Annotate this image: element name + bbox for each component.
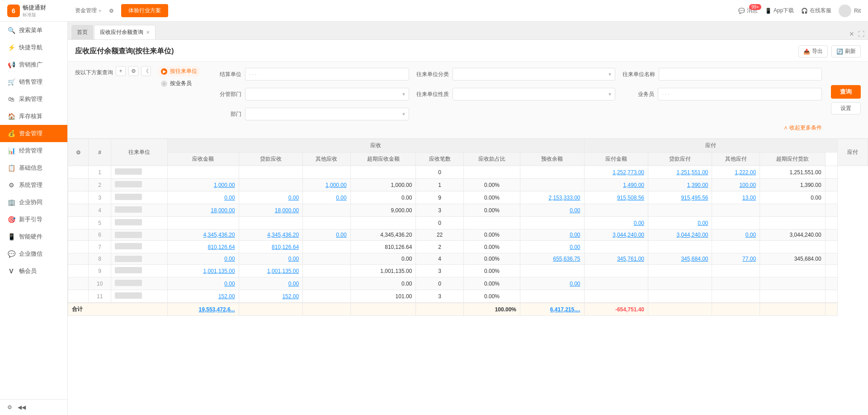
row-ar-amount[interactable]: 0.00: [167, 253, 239, 265]
row-ap-amount[interactable]: 1,490.00: [584, 179, 648, 191]
dept-input[interactable]: ▾: [245, 108, 409, 120]
online-service-link[interactable]: 🎧 在线客服: [801, 7, 831, 14]
row-ar-loan[interactable]: 4,345,436.20: [239, 229, 302, 241]
sidebar-item-label: 畅会员: [19, 267, 37, 275]
row-ap-other[interactable]: 13.00: [712, 191, 760, 204]
sidebar-item-purchase[interactable]: 🛍 采购管理: [0, 91, 67, 108]
row-ap-amount[interactable]: 3,044,240.00: [584, 229, 648, 241]
sidebar-item-enterprise[interactable]: 🏢 企业协同: [0, 194, 67, 211]
service-label: 在线客服: [810, 7, 831, 14]
sidebar-item-search-menu[interactable]: 🔍 搜索菜单: [0, 22, 67, 39]
messages-button[interactable]: 💬 消息 99+: [738, 7, 758, 14]
sidebar-item-vip[interactable]: V 畅会员: [0, 262, 67, 280]
scheme-by-salesman[interactable]: ○ 按业务员: [157, 78, 201, 89]
row-ap-other[interactable]: 100.00: [712, 179, 760, 191]
row-ar-amount[interactable]: 152.00: [167, 290, 239, 303]
scheme-by-unit[interactable]: ▶ 按往来单位: [157, 66, 201, 76]
sidebar-collapse-icon[interactable]: ◀◀: [18, 404, 26, 410]
col-settings[interactable]: ⚙: [68, 139, 89, 166]
sidebar-item-sales[interactable]: 🛒 销售管理: [0, 73, 67, 91]
sidebar-item-operations[interactable]: 📊 经营管理: [0, 142, 67, 159]
row-ar-loan: [239, 179, 302, 191]
settlement-unit-input[interactable]: ···: [245, 68, 409, 81]
tab-close-icon[interactable]: ✕: [146, 30, 150, 35]
footer-ar-prepay[interactable]: 6,417,215....: [520, 303, 584, 316]
tab-home[interactable]: 首页: [71, 25, 93, 39]
row-ar-amount[interactable]: 1,001,135.00: [167, 265, 239, 277]
sidebar-item-quick-nav[interactable]: ⚡ 快捷导航: [0, 39, 67, 56]
sidebar-item-inventory[interactable]: 🏠 库存核算: [0, 108, 67, 125]
row-ap-other[interactable]: 1,222.00: [712, 166, 760, 179]
sidebar-item-system[interactable]: ⚙ 系统管理: [0, 176, 67, 194]
service-icon: 🎧: [801, 8, 808, 14]
row-ar-loan[interactable]: 0.00: [239, 253, 302, 265]
row-ap-amount[interactable]: 915,508.56: [584, 191, 648, 204]
dept-manage-input[interactable]: ▾: [245, 88, 409, 100]
footer-ap-total: -654,751.40: [584, 303, 648, 316]
row-ap-loan[interactable]: 1,390.00: [648, 179, 712, 191]
row-ar-loan[interactable]: 810,126.64: [239, 241, 302, 253]
footer-ar-total[interactable]: 19,553,472,6...: [167, 303, 239, 316]
app-download-link[interactable]: 📱 App下载: [765, 7, 794, 14]
row-ar-amount[interactable]: 18,000.00: [167, 204, 239, 217]
unit-category-input[interactable]: ▾: [453, 68, 616, 81]
unit-name-input[interactable]: [659, 68, 822, 81]
row-ar-prepay[interactable]: 655,636.75: [520, 253, 584, 265]
row-ar-other[interactable]: 1,000.00: [303, 179, 351, 191]
row-ap-loan[interactable]: 345,684.00: [648, 253, 712, 265]
row-ap-amount[interactable]: 0.00: [584, 217, 648, 229]
tab-close-all-icon[interactable]: ✕: [849, 30, 854, 38]
tab-ar-query[interactable]: 应收应付余额查询 ✕: [94, 25, 156, 39]
row-ap-amount[interactable]: 1,252,773.00: [584, 166, 648, 179]
unit-nature-input[interactable]: ▾: [453, 88, 616, 100]
refresh-button[interactable]: 🔄 刷新: [831, 45, 861, 57]
row-ar-amount[interactable]: 810,126.64: [167, 241, 239, 253]
row-ap-amount[interactable]: 345,761.00: [584, 253, 648, 265]
column-setting-button[interactable]: 设置: [831, 102, 861, 114]
filter-collapse-button[interactable]: 《: [141, 66, 151, 76]
row-ar-loan[interactable]: 18,000.00: [239, 204, 302, 217]
row-ap-other[interactable]: 77.00: [712, 253, 760, 265]
row-ar-prepay[interactable]: 2,153,333.00: [520, 191, 584, 204]
salesman-input[interactable]: ···: [658, 88, 822, 100]
row-ar-amount[interactable]: 4,345,436.20: [167, 229, 239, 241]
tab-expand-icon[interactable]: ⛶: [858, 30, 864, 38]
row-ap-loan[interactable]: 3,044,240.00: [648, 229, 712, 241]
row-ar-prepay[interactable]: 0.00: [520, 229, 584, 241]
row-ap-loan[interactable]: 915,495.56: [648, 191, 712, 204]
table-container[interactable]: ⚙ # 往来单位 应收 应付 应付 应收金额 贷款应收 其他应收 超期应收金额 …: [68, 138, 868, 415]
filter-setting-button[interactable]: ⚙: [128, 66, 138, 76]
collapse-more-button[interactable]: ∧ 收起更多条件: [783, 124, 822, 131]
row-ar-loan[interactable]: 152.00: [239, 290, 302, 303]
filter-add-button[interactable]: +: [116, 66, 126, 76]
sidebar-item-guide[interactable]: 🎯 新手引导: [0, 211, 67, 228]
row-ar-count: 3: [416, 265, 464, 277]
row-ap-loan[interactable]: 0.00: [648, 217, 712, 229]
row-ar-prepay[interactable]: 0.00: [520, 241, 584, 253]
row-ar-prepay[interactable]: 0.00: [520, 277, 584, 290]
row-ar-loan[interactable]: 0.00: [239, 277, 302, 290]
sidebar-item-wechat[interactable]: 💬 企业微信: [0, 245, 67, 262]
sidebar-item-basic-info[interactable]: 📋 基础信息: [0, 159, 67, 176]
row-ap-other[interactable]: 0.00: [712, 229, 760, 241]
header-gear-icon[interactable]: ⚙: [105, 5, 118, 17]
solution-button[interactable]: 体验行业方案: [121, 4, 168, 17]
sidebar-bottom: ⚙ ◀◀: [0, 399, 67, 415]
row-ap-loan[interactable]: 1,251,551.00: [648, 166, 712, 179]
export-button[interactable]: 📤 导出: [798, 45, 828, 57]
query-button[interactable]: 查询: [831, 85, 861, 99]
row-ar-amount[interactable]: 1,000.00: [167, 179, 239, 191]
row-ar-prepay[interactable]: 0.00: [520, 204, 584, 217]
sidebar-item-hardware[interactable]: 📱 智能硬件: [0, 228, 67, 245]
user-area[interactable]: Rit: [839, 5, 861, 17]
row-ar-loan[interactable]: 1,001,135.00: [239, 265, 302, 277]
sidebar-item-marketing[interactable]: 📢 营销推广: [0, 56, 67, 73]
row-ar-other[interactable]: 0.00: [303, 191, 351, 204]
sidebar-settings-icon[interactable]: ⚙: [7, 404, 12, 410]
sidebar-item-capital[interactable]: 💰 资金管理: [0, 125, 67, 142]
row-ar-other[interactable]: 0.00: [303, 229, 351, 241]
row-ar-amount[interactable]: 0.00: [167, 191, 239, 204]
col-row-num: #: [89, 139, 111, 166]
row-ar-loan[interactable]: 0.00: [239, 191, 302, 204]
row-ar-amount[interactable]: 0.00: [167, 277, 239, 290]
